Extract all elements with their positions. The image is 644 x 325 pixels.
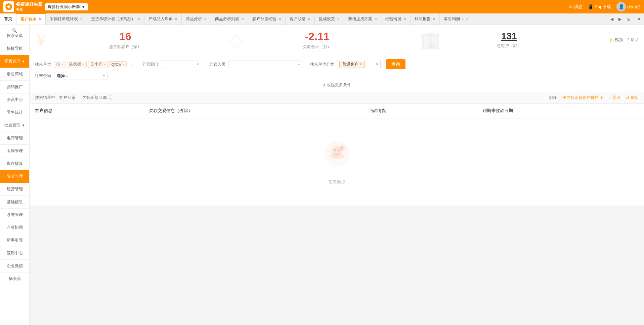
nav-expand-btn[interactable]: ⊞ [624, 13, 634, 25]
tab-business-status-label: 经营情况 [385, 16, 401, 22]
tab-profit-report-label: 利润报告 [415, 16, 431, 22]
sidebar-item-inventory[interactable]: 库存核算 [0, 157, 29, 170]
tab-purchase-stats-close[interactable]: ✕ [80, 17, 83, 21]
sort-select-value[interactable]: 按欠款金额倒序排序 ▼ [562, 95, 604, 101]
filter-category-wrapper: 普通客户 × ▼ [337, 60, 381, 69]
customer-tag-close[interactable]: × [359, 62, 362, 67]
filter-tag-wu-close[interactable]: × [61, 63, 63, 66]
user-area[interactable]: 👤 demo2 [616, 2, 641, 11]
tab-profit-report[interactable]: 利润报告 ✕ [411, 13, 440, 25]
sidebar-item-finance[interactable]: 资金管理 [0, 170, 29, 183]
search-icon: 🔍 [12, 28, 17, 33]
filter-person-more[interactable]: ··· [297, 63, 300, 66]
tab-commission-setting[interactable]: 提成设置 ✕ [315, 13, 344, 25]
play-icon: ▷ [610, 38, 613, 42]
tab-customer-contact-close[interactable]: ✕ [308, 17, 310, 21]
tab-profit-report-close[interactable]: ✕ [433, 17, 435, 21]
sidebar-item-app-center[interactable]: 应用中心 [0, 247, 29, 260]
tab-add-commission[interactable]: 新增提成方案 ✕ [344, 13, 381, 25]
data-table: 客户信息 欠款交易信息（占比） 回款情况 到期未收款日期 [30, 104, 644, 118]
tab-customer-contact[interactable]: 客户联络 ✕ [286, 13, 315, 25]
table-container: 客户信息 欠款交易信息（占比） 回款情况 到期未收款日期 [30, 104, 644, 206]
sidebar-search[interactable]: 🔍 搜索菜单 [0, 25, 29, 42]
tab-add-commission-label: 新增提成方案 [348, 16, 372, 22]
tab-purchase-stats[interactable]: 采购订单统计表 ✕ [46, 13, 87, 25]
tab-customer-layer[interactable]: 客户分层经营 ✕ [248, 13, 286, 25]
nav-next-btn[interactable]: ▶ [616, 13, 624, 25]
filter-balance-label: 往来余额 [35, 73, 51, 79]
tab-customer-layer-close[interactable]: ✕ [278, 17, 281, 21]
tab-home[interactable]: 首页 [0, 13, 16, 25]
tab-purchase-by-product[interactable]: 进货单统计表（按商品） ✕ [87, 13, 144, 25]
tab-business-status-close[interactable]: ✕ [403, 17, 406, 21]
sidebar-item-ecommerce[interactable]: 电商管理 [0, 132, 29, 145]
tab-customer-ledger-close[interactable]: ✕ [39, 17, 41, 21]
filter-person-input[interactable] [228, 61, 302, 68]
collapse-btn[interactable]: ∧ 收起更多条件 [323, 82, 351, 88]
account-selector[interactable]: 母婴行业演示帐套 ▼ [45, 3, 88, 10]
sidebar-item-system[interactable]: 系统管理 [0, 209, 29, 221]
chevron-down-icon-cat: ▼ [375, 63, 378, 66]
help-btn[interactable]: ? 帮助 [627, 37, 639, 43]
tab-commission-setting-close[interactable]: ✕ [337, 17, 340, 21]
sidebar-item-retail-stats[interactable]: 零售统计 [0, 106, 29, 119]
tab-finished-product[interactable]: 产成品入库单 ✕ [144, 13, 182, 25]
sidebar-item-member[interactable]: 会员中心 [0, 94, 29, 106]
filter-tag-chen-close[interactable]: × [82, 63, 84, 66]
nav-close-all-btn[interactable]: ✕ [634, 13, 644, 25]
sidebar-item-wechat-work[interactable]: 企业微信 [0, 260, 29, 273]
sidebar-item-marketing[interactable]: 营销推广 [0, 81, 29, 94]
tab-customer-ledger[interactable]: 客户账本 ✕ [16, 13, 46, 25]
sidebar-item-chang-member[interactable]: 畅会员 [0, 273, 29, 285]
sidebar-item-retail-mall[interactable]: 零售商城 [0, 68, 29, 81]
filter-dept-wrapper [161, 61, 201, 68]
tab-finished-product-label: 产成品入库单 [148, 16, 173, 22]
nav-prev-btn[interactable]: ◀ [608, 13, 616, 25]
stat-value-total: 131 [501, 31, 517, 42]
filter-unit-label: 往来单位 [35, 62, 51, 67]
sidebar-item-retail[interactable]: 零售管理 ▼ [0, 55, 29, 68]
messages-btn[interactable]: ✉ 消息 [569, 4, 583, 10]
sidebar-item-purchase[interactable]: 采购管理 [0, 145, 29, 157]
tab-purchase-by-product-label: 进货单统计表（按商品） [91, 16, 135, 22]
sort-area: 排序： 按欠款金额倒序排序 ▼ [549, 95, 604, 101]
video-btn[interactable]: ▷ 视频 [610, 37, 623, 43]
sidebar-item-wholesale[interactable]: 批发管理 ▼ [0, 119, 29, 132]
tab-retail-profit-close[interactable]: ✕ [466, 17, 469, 21]
filter-tag-wang: 王小亮 × [88, 61, 108, 68]
chevron-up-icon: ∧ [323, 83, 326, 87]
stat-label-arrears: 欠款合计（万） [303, 44, 331, 50]
avatar: 👤 [616, 2, 626, 11]
filter-balance-select[interactable]: 选择... [54, 72, 108, 79]
app-download-btn[interactable]: 📱 App下载 [588, 4, 611, 10]
filter-dept-select[interactable] [161, 61, 201, 68]
export-btn[interactable]: ↑ 导出 [609, 95, 620, 101]
tab-product-analysis[interactable]: 商品分析 ✕ [182, 13, 211, 25]
sidebar-item-basic-info[interactable]: 基础信息 [0, 196, 29, 209]
tab-product-analysis-label: 商品分析 [186, 16, 202, 22]
stats-bar-actions: ▷ 视频 ? 帮助 [605, 37, 644, 43]
filter-tags-units: 伍 × 陈民强 × 王小亮 × cjttcw × ... [54, 61, 134, 68]
tab-purchase-by-product-close[interactable]: ✕ [137, 17, 140, 21]
tab-product-analysis-close[interactable]: ✕ [204, 17, 207, 21]
refresh-btn[interactable]: ↺ 刷新 [626, 95, 639, 101]
filter-tag-cjttcw-close[interactable]: × [123, 63, 125, 66]
tab-purchase-stats-label: 采购订单统计表 [50, 16, 78, 22]
filter-tag-wang-close[interactable]: × [103, 63, 105, 66]
tab-business-status[interactable]: 经营情况 ✕ [381, 13, 411, 25]
tab-add-commission-close[interactable]: ✕ [374, 17, 377, 21]
tab-retail-profit[interactable]: 零售利润（ ✕ [440, 13, 473, 25]
sidebar-item-enterprise[interactable]: 企业协同 [0, 221, 29, 234]
sidebar-item-newbie[interactable]: 新手引导 [0, 234, 29, 247]
main-layout: 🔍 搜索菜单 快捷导航 零售管理 ▼ 零售商城 营销推广 会员中心 零售统计 批… [0, 25, 644, 325]
tab-product-analysis-list-close[interactable]: ✕ [241, 17, 244, 21]
sidebar-item-quick-nav[interactable]: 快捷导航 [0, 42, 29, 55]
sidebar-item-business[interactable]: 经营管理 [0, 183, 29, 196]
tab-product-analysis-list[interactable]: 商品分析列表 ✕ [211, 13, 248, 25]
logo-area: 畅 畅捷通好生意 标版 [3, 1, 42, 12]
filter-more-units[interactable]: ... [128, 62, 134, 67]
chevron-down-icon-2: ▼ [22, 123, 25, 127]
tab-finished-product-close[interactable]: ✕ [175, 17, 177, 21]
search-button[interactable]: 查询 [386, 59, 405, 69]
filter-category-select[interactable]: 普通客户 × ▼ [337, 60, 381, 69]
